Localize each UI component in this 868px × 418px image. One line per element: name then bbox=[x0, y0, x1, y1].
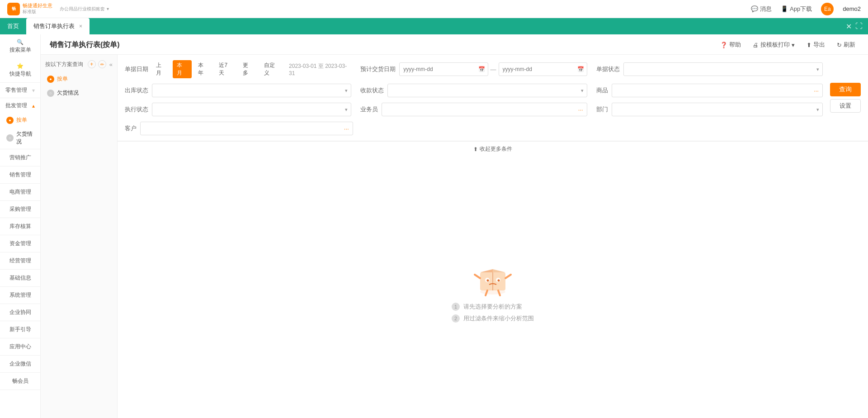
filter-cell-dept: 部门 全部 ▾ bbox=[596, 103, 823, 116]
sidebar-item-finance[interactable]: 资金管理 bbox=[0, 235, 40, 252]
svg-point-6 bbox=[498, 280, 500, 282]
tab-home[interactable]: 首页 bbox=[0, 18, 26, 34]
goods-input[interactable]: ··· bbox=[612, 84, 823, 97]
sidebar-item-purchase[interactable]: 采购管理 bbox=[0, 201, 40, 218]
date-tag-this-year[interactable]: 本年 bbox=[194, 60, 212, 78]
expected-date-start[interactable] bbox=[399, 62, 488, 76]
date-label: 单据日期 bbox=[125, 65, 148, 73]
tab-restore-icon[interactable]: ⛶ bbox=[855, 22, 863, 30]
date-tag-last-month[interactable]: 上月 bbox=[152, 60, 170, 78]
dept-select[interactable]: 全部 bbox=[612, 103, 823, 116]
filter-row-4: 客户 ··· bbox=[125, 122, 823, 135]
sidebar-item-guide[interactable]: 新手引导 bbox=[0, 321, 40, 338]
tab-close-all-icon[interactable]: ✕ bbox=[846, 22, 852, 31]
sidebar-sub-order[interactable]: ● 按单 bbox=[0, 113, 40, 127]
logo-icon: 畅 bbox=[7, 3, 20, 15]
salesperson-input[interactable]: ··· bbox=[382, 103, 587, 116]
sidebar-item-operations[interactable]: 经营管理 bbox=[0, 252, 40, 269]
sidebar-item-retail[interactable]: 零售管理 ▾ bbox=[0, 83, 40, 98]
sidebar-item-sales[interactable]: 销售管理 bbox=[0, 166, 40, 183]
export-btn[interactable]: ⬆ 导出 bbox=[803, 39, 829, 51]
right-panel: 单据日期 上月 本月 本年 近7天 更多 自定义 2023-03-01 至 20… bbox=[118, 55, 868, 418]
collapse-label: 收起更多条件 bbox=[480, 145, 512, 153]
sidebar-item-apps[interactable]: 应用中心 bbox=[0, 338, 40, 355]
exec-status-select[interactable]: 全部 bbox=[152, 103, 351, 116]
user-name[interactable]: demo2 bbox=[843, 5, 861, 12]
add-plan-btn[interactable]: + bbox=[88, 60, 96, 68]
filter-plan-debt[interactable]: ○ 欠货情况 bbox=[41, 86, 117, 100]
sidebar-item-vip[interactable]: 畅会员 bbox=[0, 373, 40, 390]
empty-hints: 1 请先选择要分析的方案 2 用过滤条件来缩小分析范围 bbox=[452, 303, 534, 323]
sidebar-item-basic[interactable]: 基础信息 bbox=[0, 270, 40, 286]
sidebar-section-guide: 新手引导 bbox=[0, 321, 40, 338]
expected-date-end[interactable] bbox=[499, 62, 587, 76]
expected-date-end-wrap: 📅 bbox=[499, 62, 587, 76]
tab-close-icon[interactable]: × bbox=[79, 24, 82, 29]
date-tag-more[interactable]: 更多 bbox=[239, 60, 257, 78]
help-icon: ❓ bbox=[720, 42, 727, 48]
sidebar-operations-label: 经营管理 bbox=[9, 257, 31, 265]
filter-plan-order[interactable]: ● 按单 bbox=[41, 72, 117, 86]
refresh-btn[interactable]: ↻ 刷新 bbox=[833, 39, 859, 51]
date-tag-custom[interactable]: 自定义 bbox=[260, 60, 284, 78]
customer-input[interactable]: ··· bbox=[140, 122, 353, 135]
sidebar-item-system[interactable]: 系统管理 bbox=[0, 287, 40, 304]
sidebar-item-marketing[interactable]: 营销推广 bbox=[0, 149, 40, 166]
sidebar-marketing-label: 营销推广 bbox=[9, 154, 31, 162]
hint-text-2: 用过滤条件来缩小分析范围 bbox=[463, 314, 534, 323]
logo-text: 畅捷通好生意 bbox=[23, 3, 52, 9]
salesperson-dots: ··· bbox=[578, 106, 583, 113]
logo-texts: 畅捷通好生意 标准版 bbox=[23, 3, 52, 15]
sidebar-retail-label: 零售管理 bbox=[5, 86, 27, 94]
out-status-select[interactable]: 全部 未出库 部分出库 已出库 bbox=[152, 84, 351, 97]
template-print-btn[interactable]: 🖨 按模板打印 ▾ bbox=[749, 39, 798, 51]
help-label: 帮助 bbox=[729, 41, 741, 49]
sidebar-item-collab[interactable]: 企业协同 bbox=[0, 304, 40, 321]
page-header: 销售订单执行表(按单) ❓ 帮助 🖨 按模板打印 ▾ ⬆ 导出 bbox=[41, 34, 868, 55]
sidebar-section-apps: 应用中心 bbox=[0, 338, 40, 356]
sidebar-section-system: 系统管理 bbox=[0, 287, 40, 304]
date-tag-last7days[interactable]: 近7天 bbox=[215, 60, 236, 78]
sidebar-item-wechat[interactable]: 企业微信 bbox=[0, 356, 40, 372]
help-btn[interactable]: ❓ 帮助 bbox=[717, 39, 745, 51]
plan-debt-dot: ○ bbox=[47, 90, 54, 97]
filter-cell-out-status: 出库状态 全部 未出库 部分出库 已出库 ▾ bbox=[125, 84, 351, 97]
company-name: 办公用品行业模拟账套 bbox=[60, 6, 105, 12]
filter-plan-debt-label: 欠货情况 bbox=[57, 89, 79, 97]
svg-line-8 bbox=[505, 275, 511, 278]
goods-dots: ··· bbox=[814, 87, 819, 94]
sidebar-wechat-label: 企业微信 bbox=[9, 360, 31, 368]
query-btn[interactable]: 查询 bbox=[830, 83, 861, 96]
empty-state: 1 请先选择要分析的方案 2 用过滤条件来缩小分析范围 bbox=[118, 157, 868, 418]
sidebar-item-search[interactable]: 🔍 搜索菜单 bbox=[0, 34, 40, 58]
sidebar-item-quicknav[interactable]: ⭐ 快捷导航 bbox=[0, 58, 40, 82]
sidebar-sub-debt[interactable]: ○ 欠货情况 bbox=[0, 127, 40, 149]
sidebar-finance-label: 资金管理 bbox=[9, 240, 31, 247]
message-action[interactable]: 💬 消息 bbox=[751, 5, 772, 13]
edit-plan-btn[interactable]: ✏ bbox=[98, 60, 106, 68]
expected-date-label: 预计交货日期 bbox=[360, 65, 396, 73]
content-area: 销售订单执行表(按单) ❓ 帮助 🖨 按模板打印 ▾ ⬆ 导出 bbox=[41, 34, 868, 418]
collapse-sidebar-btn[interactable]: « bbox=[109, 61, 113, 68]
filter-row-2: 出库状态 全部 未出库 部分出库 已出库 ▾ bbox=[125, 84, 823, 97]
collapse-bar[interactable]: ⬆ 收起更多条件 bbox=[118, 141, 868, 157]
hint-num-2: 2 bbox=[452, 314, 460, 323]
exec-status-label: 执行状态 bbox=[125, 105, 148, 114]
setting-btn[interactable]: 设置 bbox=[830, 99, 861, 113]
sidebar-item-inventory[interactable]: 库存核算 bbox=[0, 218, 40, 235]
filter-plan-order-label: 按单 bbox=[57, 75, 68, 83]
sidebar-item-ecommerce[interactable]: 电商管理 bbox=[0, 184, 40, 200]
company-select[interactable]: 办公用品行业模拟账套 ▾ bbox=[56, 6, 113, 12]
tab-sales-exec[interactable]: 销售订单执行表 × bbox=[26, 18, 90, 34]
filter-sidebar-header: 按以下方案查询 + ✏ « bbox=[41, 59, 117, 72]
exec-status-wrap: 全部 ▾ bbox=[152, 103, 351, 116]
app-action[interactable]: 📱 App下载 bbox=[781, 5, 812, 13]
sidebar-section-ecommerce: 电商管理 bbox=[0, 184, 40, 201]
sidebar-item-wholesale[interactable]: 批发管理 ▴ bbox=[0, 98, 40, 113]
top-bar-right: 💬 消息 📱 App下载 Ea demo2 bbox=[751, 3, 861, 15]
date-tag-this-month[interactable]: 本月 bbox=[173, 60, 191, 78]
recv-status-select[interactable]: 全部 未收款 部分收款 已收款 bbox=[387, 84, 587, 97]
status-select[interactable]: 全部 待审核 已审核 已关闭 bbox=[623, 62, 823, 76]
sidebar-section-wechat: 企业微信 bbox=[0, 356, 40, 373]
app-label: App下载 bbox=[790, 5, 812, 13]
